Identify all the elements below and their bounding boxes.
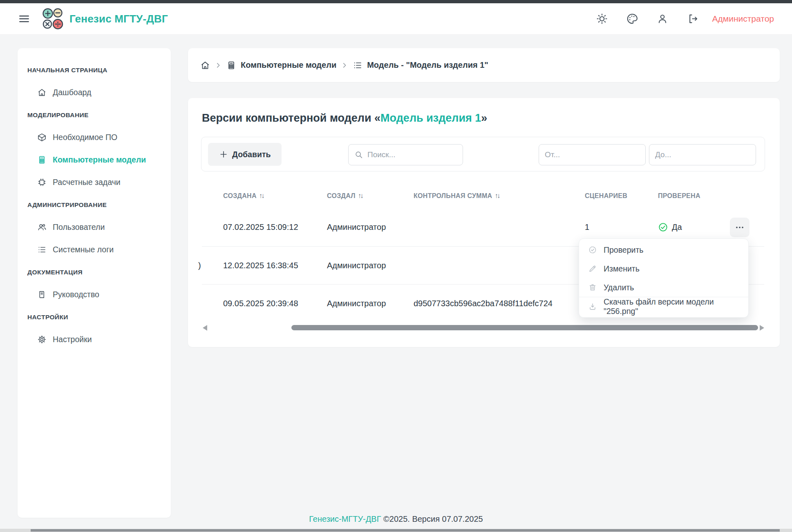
cell-checksum: d9507733cb596ac2ba7488f11defc724: [414, 299, 585, 308]
sidebar-section-label: АДМИНИСТРИРОВАНИЕ: [18, 194, 171, 216]
sidebar-item-label: Пользователи: [53, 223, 105, 232]
current-user-label[interactable]: Администратор: [712, 14, 774, 24]
cell-created: 07.02.2025 15:09:12: [223, 223, 327, 232]
theme-sun-icon[interactable]: [596, 13, 608, 25]
table-header-row: СОЗДАНА↑↓СОЗДАЛ↑↓КОНТРОЛЬНАЯ СУММА↑↓СЦЕН…: [202, 184, 764, 208]
calculator-icon: [226, 60, 236, 70]
cell-scenarios: 1: [585, 223, 658, 232]
sidebar-item-label: Руководство: [53, 290, 99, 299]
logout-icon[interactable]: [687, 13, 699, 25]
scroll-right-arrow-icon[interactable]: [760, 325, 764, 331]
sidebar-item[interactable]: Расчетные задачи: [18, 171, 171, 194]
window-top-strip: [0, 0, 792, 3]
package-icon: [37, 133, 47, 142]
sidebar-nav: НАЧАЛЬНАЯ СТРАНИЦАДашбоардМОДЕЛИРОВАНИЕН…: [18, 48, 171, 518]
date-from-field: [539, 144, 646, 165]
search-icon: [354, 150, 363, 159]
table-horizontal-scrollbar: [202, 325, 764, 331]
sidebar-item[interactable]: Пользователи: [18, 216, 171, 238]
user-icon[interactable]: [656, 13, 669, 25]
column-header[interactable]: КОНТРОЛЬНАЯ СУММА↑↓: [414, 192, 585, 200]
palette-icon[interactable]: [626, 13, 638, 25]
sidebar-item-label: Расчетные задачи: [53, 178, 121, 187]
page-scrollbar-thumb[interactable]: [31, 529, 780, 532]
sidebar-item[interactable]: Компьютерные модели: [18, 149, 171, 171]
sidebar-item-label: Необходимое ПО: [53, 133, 117, 142]
verify-icon: [588, 245, 597, 254]
edit-icon: [588, 264, 597, 273]
scrollbar-thumb[interactable]: [291, 325, 758, 330]
column-header[interactable]: СОЗДАНА↑↓: [223, 192, 327, 200]
sort-arrows-icon[interactable]: ↑↓: [494, 192, 499, 200]
list-icon: [353, 60, 362, 70]
app-header: Генезис МГТУ-ДВГ Администратор: [0, 3, 792, 35]
cell-verified: Да: [658, 222, 730, 232]
home-icon[interactable]: [200, 60, 210, 70]
book-icon: [37, 290, 47, 299]
sidebar-section-label: МОДЕЛИРОВАНИЕ: [18, 104, 171, 126]
list-icon: [37, 245, 47, 254]
breadcrumb-card: Компьютерные модели Модель - "Модель изд…: [188, 48, 780, 82]
chevron-right-icon: [341, 62, 348, 69]
column-header: ПРОВЕРЕНА: [658, 192, 730, 200]
menu-toggle-icon[interactable]: [18, 13, 30, 25]
sidebar-item-label: Настройки: [53, 335, 92, 344]
sidebar-section-label: ДОКУМЕНТАЦИЯ: [18, 261, 171, 283]
cell-actions: [730, 218, 764, 237]
context-menu-item-label: Изменить: [604, 264, 640, 274]
sidebar-item[interactable]: Системные логи: [18, 238, 171, 261]
download-icon: [588, 302, 597, 311]
plus-icon: [219, 150, 228, 159]
header-actions: Администратор: [596, 13, 774, 25]
users-icon: [37, 223, 47, 232]
breadcrumb-current: Модель - "Модель изделия 1": [367, 60, 488, 70]
column-header: СЦЕНАРИЕВ: [585, 192, 658, 200]
cell-author: Администратор: [327, 261, 414, 270]
date-to-field: [649, 144, 756, 165]
search-field: [348, 144, 463, 165]
sidebar-item-label: Системные логи: [53, 245, 114, 254]
page-horizontal-scrollbar[interactable]: [0, 529, 792, 532]
sidebar-section-label: НАЧАЛЬНАЯ СТРАНИЦА: [18, 59, 171, 81]
home-icon: [37, 88, 47, 97]
table-toolbar: Добавить: [201, 137, 765, 171]
gear-icon: [37, 335, 47, 344]
calculator-icon: [37, 155, 47, 165]
sidebar-item[interactable]: Настройки: [18, 328, 171, 351]
row-menu-button[interactable]: [730, 218, 749, 237]
sidebar-item[interactable]: Необходимое ПО: [18, 126, 171, 149]
context-menu-item[interactable]: Скачать файл версии модели "256.png": [579, 297, 748, 316]
chevron-right-icon: [215, 62, 222, 69]
scroll-left-arrow-icon[interactable]: [203, 325, 207, 331]
app-logo-icon: [42, 8, 64, 30]
context-menu-item[interactable]: Проверить: [579, 240, 748, 259]
search-input[interactable]: [367, 150, 457, 159]
breadcrumb-models-link[interactable]: Компьютерные модели: [241, 60, 336, 70]
sidebar-item-label: Компьютерные модели: [53, 155, 146, 165]
cell-author: Администратор: [327, 223, 414, 232]
cell-created: 09.05.2025 20:39:48: [223, 299, 327, 308]
footer-version-text: ©2025. Версия 07.07.2025: [383, 514, 483, 523]
cell-author: Администратор: [327, 299, 414, 308]
page-title: Версии компьютерной модели «Модель издел…: [202, 112, 487, 125]
column-header[interactable]: СОЗДАЛ↑↓: [327, 192, 414, 200]
brand-title: Генезис МГТУ-ДВГ: [69, 13, 168, 25]
date-to-input[interactable]: [655, 150, 750, 159]
context-menu-item[interactable]: Удалить: [579, 278, 748, 297]
cell-created: 12.02.2025 16:38:45: [223, 261, 327, 270]
add-version-button[interactable]: Добавить: [208, 143, 282, 166]
date-from-input[interactable]: [545, 150, 640, 159]
sidebar-item[interactable]: Руководство: [18, 283, 171, 306]
sidebar-section-label: НАСТРОЙКИ: [18, 306, 171, 328]
context-menu-item[interactable]: Изменить: [579, 259, 748, 278]
cpu-icon: [37, 178, 47, 187]
footer-brand-link[interactable]: Генезис-МГТУ-ДВГ: [309, 514, 381, 523]
context-menu-item-label: Скачать файл версии модели "256.png": [604, 297, 739, 316]
sort-arrows-icon[interactable]: ↑↓: [358, 192, 362, 200]
context-menu-item-label: Удалить: [604, 283, 634, 292]
model-name: Модель изделия 1: [380, 112, 481, 124]
sidebar-item[interactable]: Дашбоард: [18, 81, 171, 104]
sort-arrows-icon[interactable]: ↑↓: [259, 192, 264, 200]
row-context-menu: ПроверитьИзменитьУдалитьСкачать файл вер…: [579, 238, 749, 318]
footer: Генезис-МГТУ-ДВГ ©2025. Версия 07.07.202…: [0, 514, 792, 524]
